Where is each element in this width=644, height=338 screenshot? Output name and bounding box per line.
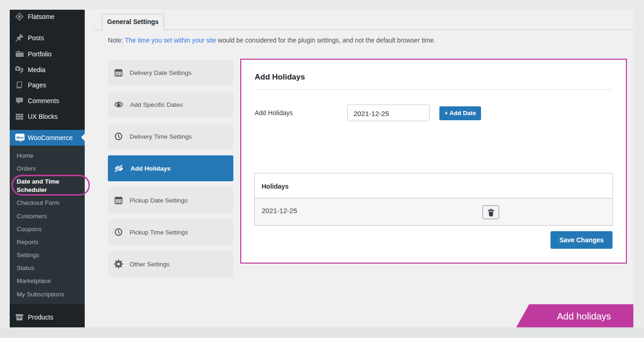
svg-text:Woo: Woo [16,135,24,139]
